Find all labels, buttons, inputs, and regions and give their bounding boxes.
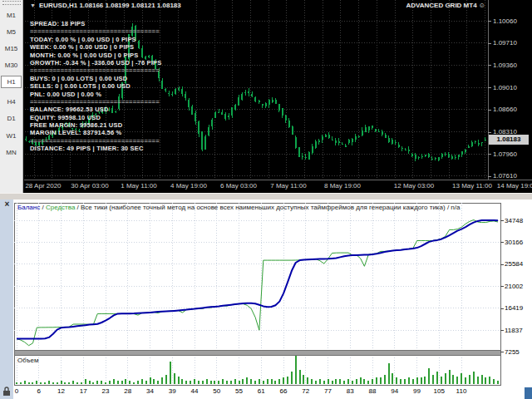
tester-y-axis-tick	[500, 264, 504, 265]
timeframe-button-m30[interactable]: M30	[1, 59, 22, 71]
tester-x-axis-label: 0	[15, 387, 18, 395]
ea-panel-line: SELLS: 0 | 0.00 LOTS | 0.00 USD	[30, 82, 162, 90]
tester-y-axis-tick	[500, 308, 504, 309]
ea-panel-line: ==================================	[30, 137, 162, 145]
lock-icon[interactable]	[2, 386, 12, 397]
time-axis-label: 14 May 19:00	[497, 182, 532, 190]
timeframe-button-w1[interactable]: W1	[1, 130, 22, 142]
timeframe-button-m15[interactable]: M15	[1, 42, 22, 55]
ea-panel-line: EQUITY: 99598.10 USD	[30, 114, 162, 121]
time-axis-label: 8 May 19:00	[324, 182, 361, 190]
tester-y-axis-label: 21002	[505, 283, 523, 290]
tester-y-axis-label: 34748	[505, 217, 523, 224]
tester-y-axis-label: 16419	[505, 304, 523, 312]
tester-x-axis-label: 12	[57, 387, 65, 395]
tester-x-axis-label: 110	[456, 387, 467, 395]
tester-x-axis-label: 94	[391, 387, 398, 395]
ea-panel-line: ==================================	[30, 98, 162, 106]
tester-x-axis-label: 50	[213, 387, 220, 395]
tester-x-axis-label: 28	[124, 387, 131, 395]
scroll-corner[interactable]	[525, 387, 532, 399]
ea-info-panel: SPREAD: 18 PIPS=========================…	[30, 20, 162, 153]
chart-title-arrow-icon: ▼	[30, 2, 36, 8]
price-axis-label: 1.08660	[493, 106, 517, 113]
ea-panel-line: MARGIN LEVEL: 837914.56 %	[30, 129, 162, 136]
price-axis-label: 1.09010	[493, 84, 517, 91]
price-axis-label: 1.09360	[493, 62, 517, 69]
legend-slash: /	[40, 204, 46, 211]
tester-side-strip: ×	[0, 200, 13, 399]
time-axis-label: 13 May 11:00	[452, 182, 492, 190]
price-axis-tick	[488, 154, 491, 155]
timeframe-button-h1[interactable]: H1	[1, 76, 22, 88]
tester-chart-plot[interactable]	[0, 200, 532, 399]
price-axis-tick	[488, 65, 491, 66]
tester-x-axis-label: 23	[102, 387, 110, 395]
tester-x-axis-label: 72	[302, 387, 309, 395]
tester-x-axis-label: 39	[169, 387, 176, 395]
price-axis-tick	[488, 21, 491, 22]
timeframe-button-h4[interactable]: H4	[1, 96, 22, 108]
chart-title-text: EURUSD,H1 1.08166 1.08199 1.08121 1.0818…	[39, 2, 181, 9]
tester-x-axis-label: 17	[80, 387, 87, 395]
tester-y-axis-label: 11837	[505, 327, 523, 334]
timeframe-button-d1[interactable]: D1	[1, 112, 22, 125]
price-axis-tick	[488, 87, 491, 88]
tester-legend: Баланс / Средства / Все тики (наиболее т…	[17, 204, 460, 211]
ea-panel-line: TODAY: 0.00 % | 0.00 USD | 0 PIPS	[30, 36, 162, 43]
price-axis-label: 1.07960	[493, 150, 517, 158]
equity-legend: Средства	[46, 204, 75, 211]
ea-panel-line: BALANCE: 99662.53 USD	[30, 106, 162, 113]
ea-panel-line: ==================================	[30, 27, 162, 35]
ea-panel-line: FREE MARGIN: 99586.21 USD	[30, 121, 162, 129]
ea-panel-line: WEEK: 0.00 % | 0.00 USD | 0 PIPS	[30, 43, 162, 51]
tester-x-axis-label: 44	[191, 387, 199, 395]
tester-x-axis-label: 105	[434, 387, 445, 395]
tester-y-axis-tick	[500, 352, 504, 352]
tester-y-axis-tick	[500, 242, 504, 243]
chart-title: ▼EURUSD,H1 1.08166 1.08199 1.08121 1.081…	[30, 2, 181, 9]
price-axis-label: 1.07610	[493, 172, 517, 180]
price-axis-label: 1.10060	[493, 17, 517, 25]
mt4-window: ▼EURUSD,H1 1.08166 1.08199 1.08121 1.081…	[0, 0, 532, 399]
price-chart-window: ▼EURUSD,H1 1.08166 1.08199 1.08121 1.081…	[0, 0, 532, 193]
tester-y-axis-label: 25584	[505, 260, 523, 268]
window-splitter[interactable]	[0, 193, 532, 200]
timeframe-button-m1[interactable]: M1	[1, 9, 22, 22]
price-axis-tick	[488, 176, 491, 177]
ea-panel-line: DISTANCE: 49 PIPS | TIMER: 30 SEC	[30, 145, 162, 152]
time-axis-label: 1 May 11:00	[121, 182, 156, 190]
time-axis-label: 28 Apr 2020	[25, 182, 61, 190]
timeframe-button-mn[interactable]: MN	[1, 146, 22, 159]
price-axis-tick	[488, 132, 491, 133]
tester-y-axis-tick	[500, 286, 504, 287]
time-axis-label: 4 May 19:00	[170, 182, 207, 190]
ea-panel-line: SPREAD: 18 PIPS	[30, 20, 162, 27]
pane-divider[interactable]	[14, 350, 500, 355]
toolbar-grip[interactable]	[2, 1, 21, 5]
volume-pane-label: Объем	[17, 357, 39, 364]
ea-panel-line: PNL: 0.00 USD | 0.00 %	[30, 91, 162, 98]
price-axis-line	[488, 0, 489, 180]
tester-x-axis-label: 88	[369, 387, 377, 395]
tester-x-axis-label: 34	[146, 387, 154, 395]
ea-panel-line: BUYS: 0 | 0.00 LOTS | 0.00 USD	[30, 75, 162, 82]
tester-y-axis-tick	[500, 330, 504, 331]
tester-x-axis-label: 6	[37, 387, 41, 395]
tester-x-axis-label: 99	[413, 387, 421, 395]
tester-chart-panel: Баланс / Средства / Все тики (наиболее т…	[0, 200, 532, 399]
tester-x-axis-label: 77	[324, 387, 332, 395]
price-axis-tick	[488, 110, 491, 111]
balance-legend: Баланс	[17, 204, 40, 211]
tester-x-axis-label: 66	[280, 387, 288, 395]
time-axis-label: 6 May 03:00	[220, 182, 257, 190]
ea-name-label: ADVANCED GRID MT4 ☺	[406, 2, 485, 9]
time-axis-label: 7 May 11:00	[270, 182, 306, 190]
price-axis-label: 1.09710	[493, 39, 517, 47]
time-axis-label: 30 Apr 03:00	[71, 182, 108, 190]
close-icon[interactable]: ×	[2, 200, 12, 209]
timeframe-button-m5[interactable]: M5	[1, 26, 22, 38]
time-axis-line	[24, 180, 532, 180]
time-axis-label: 12 May 03:00	[394, 182, 434, 190]
tester-y-axis-label: 30166	[505, 239, 523, 246]
